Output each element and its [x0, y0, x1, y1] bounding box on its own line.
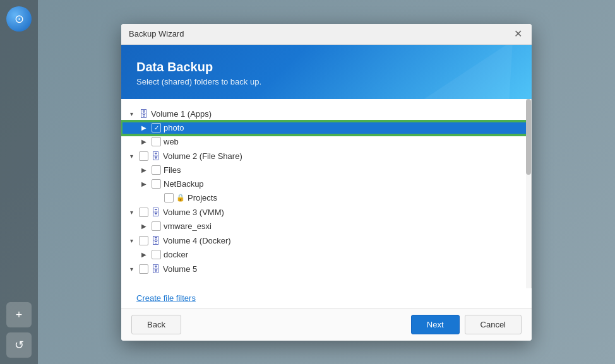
tree-item-vol2[interactable]: ▾ 🗄 Volume 2 (File Share) — [121, 149, 531, 163]
db-vol4-icon: 🗄 — [151, 235, 160, 246]
db-vol3-icon: 🗄 — [151, 207, 160, 218]
tree-item-docker[interactable]: ▶ docker — [121, 248, 531, 262]
expand-vol4-icon[interactable]: ▾ — [126, 235, 136, 245]
lock-icon: 🔒 — [176, 194, 185, 202]
modal-header: Data Backup Select (shared) folders to b… — [121, 45, 532, 99]
checkbox-web[interactable] — [152, 137, 161, 146]
taskbar-bottom: + ↺ — [0, 302, 38, 364]
db-vol5-icon: 🗄 — [151, 264, 160, 274]
vmware-label: vmware_esxi — [164, 221, 212, 231]
backup-wizard-modal: Backup Wizard ✕ Data Backup Select (shar… — [121, 24, 532, 341]
netbackup-label: NetBackup — [164, 179, 204, 189]
docker-label: docker — [164, 250, 188, 259]
photo-label: photo — [164, 123, 184, 132]
folder-tree[interactable]: ▾ 🗄 Volume 1 (Apps) ▶ ✓ photo — [121, 99, 532, 288]
expand-vol3-icon[interactable]: ▾ — [126, 207, 136, 217]
checkbox-vol3[interactable] — [139, 208, 148, 217]
add-button[interactable]: + — [6, 302, 32, 327]
projects-label: Projects — [188, 193, 217, 203]
desktop: ⊙ + ↺ Backup Wizard ✕ Data Backup Select… — [0, 0, 615, 364]
checkbox-vol4[interactable] — [139, 236, 148, 245]
history-button[interactable]: ↺ — [6, 332, 32, 358]
back-button[interactable]: Back — [131, 315, 181, 334]
scrollbar[interactable] — [526, 99, 531, 288]
create-filters-link[interactable]: Create file filters — [121, 288, 532, 308]
modal-overlay: Backup Wizard ✕ Data Backup Select (shar… — [38, 0, 615, 364]
modal-titlebar: Backup Wizard ✕ — [121, 24, 532, 45]
header-subtitle: Select (shared) folders to back up. — [136, 77, 516, 86]
checkbox-netbackup[interactable] — [152, 179, 161, 189]
expand-web-icon[interactable]: ▶ — [139, 137, 149, 147]
tree-item-vol4[interactable]: ▾ 🗄 Volume 4 (Docker) — [121, 233, 531, 248]
checkbox-photo[interactable]: ✓ — [152, 123, 161, 132]
db-vol2-icon: 🗄 — [151, 151, 160, 161]
expand-files-icon[interactable]: ▶ — [139, 165, 149, 175]
checkbox-projects[interactable] — [164, 193, 174, 203]
tree-item-vmware[interactable]: ▶ vmware_esxi — [121, 220, 531, 233]
checkbox-files[interactable] — [152, 165, 161, 175]
app-icon[interactable]: ⊙ — [6, 6, 32, 32]
expand-vmware-icon[interactable]: ▶ — [139, 221, 149, 232]
checkbox-docker[interactable] — [152, 250, 161, 259]
modal-footer: Back Next Cancel — [121, 308, 532, 341]
plus-icon: + — [16, 308, 23, 322]
vol5-label: Volume 5 — [163, 264, 197, 274]
app-logo-icon: ⊙ — [15, 12, 24, 26]
tree-item-vol3[interactable]: ▾ 🗄 Volume 3 (VMM) — [121, 205, 531, 220]
db-vol1-icon: 🗄 — [139, 109, 148, 119]
checkbox-vmware[interactable] — [152, 221, 161, 231]
vol2-label: Volume 2 (File Share) — [163, 151, 242, 161]
expand-vol1-icon[interactable]: ▾ — [126, 109, 136, 119]
web-label: web — [164, 137, 179, 146]
footer-right-buttons: Next Cancel — [411, 315, 522, 334]
files-label: Files — [164, 165, 181, 175]
tree-item-netbackup[interactable]: ▶ NetBackup — [121, 177, 531, 191]
header-title: Data Backup — [136, 60, 516, 74]
vol4-label: Volume 4 (Docker) — [163, 236, 231, 245]
next-button[interactable]: Next — [411, 315, 460, 334]
modal-title: Backup Wizard — [129, 29, 184, 38]
tree-item-photo[interactable]: ▶ ✓ photo — [121, 121, 531, 135]
expand-vol2-icon[interactable]: ▾ — [126, 151, 136, 161]
expand-docker-icon[interactable]: ▶ — [139, 250, 149, 260]
tree-item-web[interactable]: ▶ web — [121, 135, 531, 149]
vol3-label: Volume 3 (VMM) — [163, 208, 224, 217]
close-button[interactable]: ✕ — [511, 28, 524, 40]
expand-netbackup-icon[interactable]: ▶ — [139, 179, 149, 189]
checkbox-vol2[interactable] — [139, 151, 148, 161]
checkbox-vol5[interactable] — [139, 264, 148, 274]
vol1-label: Volume 1 (Apps) — [151, 109, 212, 119]
expand-vol5-icon[interactable]: ▾ — [126, 264, 136, 274]
history-icon: ↺ — [15, 338, 24, 352]
tree-item-vol5[interactable]: ▾ 🗄 Volume 5 — [121, 262, 531, 276]
expand-photo-icon[interactable]: ▶ — [139, 123, 149, 133]
tree-item-vol1[interactable]: ▾ 🗄 Volume 1 (Apps) — [121, 107, 531, 121]
cancel-button[interactable]: Cancel — [465, 315, 522, 334]
tree-item-projects[interactable]: ▶ 🔒 Projects — [121, 191, 531, 205]
tree-item-files[interactable]: ▶ Files — [121, 163, 531, 177]
